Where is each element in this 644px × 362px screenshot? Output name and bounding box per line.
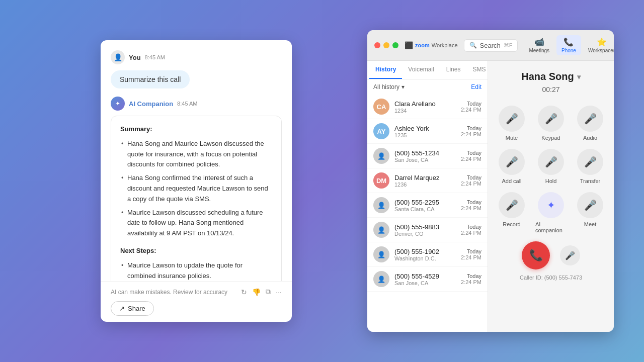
copy-icon[interactable]: ⧉ [266, 288, 271, 296]
list-item[interactable]: 👤 (500) 555-4529 San Jose, CA Today 2:24… [367, 267, 488, 292]
search-icon: 🔍 [469, 42, 477, 49]
meet-label: Meet [584, 221, 596, 227]
nav-meetings-label: Meetings [529, 48, 549, 53]
list-item[interactable]: CA Clara Arellano 1234 Today 2:24 PM [367, 95, 488, 119]
contact-time: Today 2:24 PM [461, 199, 481, 211]
avatar: DM [373, 172, 389, 189]
thumbs-up-icon[interactable]: ↻ [241, 288, 247, 296]
avatar: CA [373, 99, 389, 115]
record-label: Record [503, 221, 520, 227]
more-icon[interactable]: ··· [276, 288, 282, 296]
tab-lines[interactable]: Lines [440, 61, 467, 79]
meet-icon: 🎤 [577, 192, 603, 218]
contact-info: Darrel Marquez 1236 [394, 174, 456, 188]
contact-info: (500) 555-4529 San Jose, CA [394, 273, 456, 286]
contact-time: Today 2:24 PM [461, 174, 481, 187]
contact-info: (500) 555-1902 Washington D.C. [394, 248, 456, 261]
contact-time-val: 2:24 PM [461, 254, 481, 260]
hold-label: Hold [545, 178, 557, 184]
meet-button[interactable]: 🎤 Meet [575, 192, 606, 233]
list-item[interactable]: 👤 (500) 555-2295 Santa Clara, CA Today 2… [367, 193, 488, 218]
chat-messages: 👤 You 8:45 AM Summarize this call ✦ AI C… [101, 40, 292, 281]
nav-meetings[interactable]: 📹 Meetings [524, 35, 554, 55]
zoom-panel: ⬛ zoom Workplace 🔍 Search ⌘F 📹 Meetings … [367, 30, 614, 332]
list-item[interactable]: AY Ashlee York 1235 Today 2:24 PM [367, 119, 488, 144]
mic-button[interactable]: 🎤 [560, 245, 580, 265]
list-item[interactable]: 👤 (500) 555-9883 Denver, CO Today 2:24 P… [367, 218, 488, 242]
call-duration: 00:27 [542, 85, 559, 94]
filter-label: All history [373, 83, 399, 90]
zoom-content: History Voicemail Lines SMS All history … [367, 61, 614, 332]
call-panel: Hana Song ▾ 00:27 🎤 Mute 🎤 Keypad 🎤 Audi… [488, 61, 614, 332]
contact-list: CA Clara Arellano 1234 Today 2:24 PM AY … [367, 95, 488, 332]
call-name-text: Hana Song [521, 71, 574, 82]
minimize-button[interactable] [383, 42, 389, 48]
ai-companion-button[interactable]: ✦ AI companion [535, 192, 567, 233]
contact-date: Today [461, 174, 481, 180]
summary-list: Hana Song and Maurice Lawson discussed t… [120, 139, 272, 239]
search-bar[interactable]: 🔍 Search ⌘F [464, 39, 518, 52]
record-button[interactable]: 🎤 Record [496, 192, 527, 233]
tab-voicemail[interactable]: Voicemail [402, 61, 440, 79]
end-call-icon: 📞 [529, 249, 543, 262]
share-button[interactable]: ↗ Share [111, 301, 154, 316]
transfer-icon: 🎤 [577, 149, 603, 175]
keypad-button[interactable]: 🎤 Keypad [535, 106, 567, 141]
contact-number: Denver, CO [394, 231, 456, 237]
contact-name: (500) 555-4529 [394, 273, 456, 280]
maximize-button[interactable] [392, 42, 398, 48]
mic-icon: 🎤 [565, 251, 575, 260]
contact-time-val: 2:24 PM [461, 205, 481, 211]
contact-date: Today [461, 273, 481, 279]
next-steps-section: Next Steps: Maurice Lawson to update the… [120, 246, 272, 281]
caller-id: Caller ID: (500) 555-7473 [520, 275, 582, 281]
contact-time-val: 2:24 PM [461, 131, 481, 137]
search-shortcut: ⌘F [504, 42, 513, 49]
thumbs-down-icon[interactable]: 👎 [252, 288, 261, 296]
all-history-filter[interactable]: All history ▾ [373, 83, 405, 90]
avatar: AY [373, 123, 389, 139]
avatar: 👤 [373, 148, 389, 164]
call-controls: 🎤 Mute 🎤 Keypad 🎤 Audio 🎤 Add call 🎤 [496, 106, 606, 233]
contact-name: (500) 555-1902 [394, 248, 456, 255]
history-header: All history ▾ Edit [367, 79, 488, 95]
end-call-button[interactable]: 📞 [522, 241, 550, 269]
edit-button[interactable]: Edit [471, 83, 481, 90]
transfer-button[interactable]: 🎤 Transfer [575, 149, 606, 184]
zoom-titlebar: ⬛ zoom Workplace 🔍 Search ⌘F 📹 Meetings … [367, 30, 614, 61]
list-item[interactable]: DM Darrel Marquez 1236 Today 2:24 PM [367, 168, 488, 193]
user-message-row: 👤 You 8:45 AM [111, 50, 282, 64]
list-item[interactable]: 👤 (500) 555-1234 San Jose, CA Today 2:24… [367, 144, 488, 168]
contact-time-val: 2:24 PM [461, 180, 481, 187]
nav-phone[interactable]: 📞 Phone [556, 35, 581, 55]
nav-phone-label: Phone [561, 48, 576, 53]
zoom-title: zoom [415, 42, 430, 48]
chevron-down-icon: ▾ [401, 83, 405, 90]
summary-title: Summary: [120, 124, 272, 135]
chat-panel: 👤 You 8:45 AM Summarize this call ✦ AI C… [101, 40, 292, 322]
contact-date: Today [461, 125, 481, 131]
avatar: 👤 [373, 222, 389, 238]
meetings-icon: 📹 [534, 37, 544, 47]
close-button[interactable] [374, 42, 380, 48]
chat-footer: AI can make mistakes. Review for accurac… [101, 281, 292, 322]
contact-info: Clara Arellano 1234 [394, 100, 456, 114]
contact-time: Today 2:24 PM [461, 248, 481, 260]
contact-info: (500) 555-2295 Santa Clara, CA [394, 199, 456, 212]
nav-workspaces[interactable]: ⭐ Workspaces [583, 35, 614, 55]
mute-button[interactable]: 🎤 Mute [496, 106, 527, 141]
contact-time-val: 2:24 PM [461, 156, 481, 162]
hold-button[interactable]: 🎤 Hold [535, 149, 567, 184]
list-item[interactable]: 👤 (500) 555-1902 Washington D.C. Today 2… [367, 242, 488, 267]
audio-button[interactable]: 🎤 Audio [575, 106, 606, 141]
contact-time-val: 2:24 PM [461, 107, 481, 113]
audio-label: Audio [583, 135, 597, 141]
workspaces-icon: ⭐ [597, 37, 607, 47]
active-call-name: Hana Song ▾ [521, 71, 580, 82]
contact-number: Santa Clara, CA [394, 206, 456, 212]
avatar: 👤 [373, 197, 389, 213]
summary-item-3: Maurice Lawson discussed scheduling a fu… [120, 208, 272, 239]
contact-time: Today 2:24 PM [461, 125, 481, 137]
add-call-button[interactable]: 🎤 Add call [496, 149, 527, 184]
tab-history[interactable]: History [369, 61, 402, 79]
